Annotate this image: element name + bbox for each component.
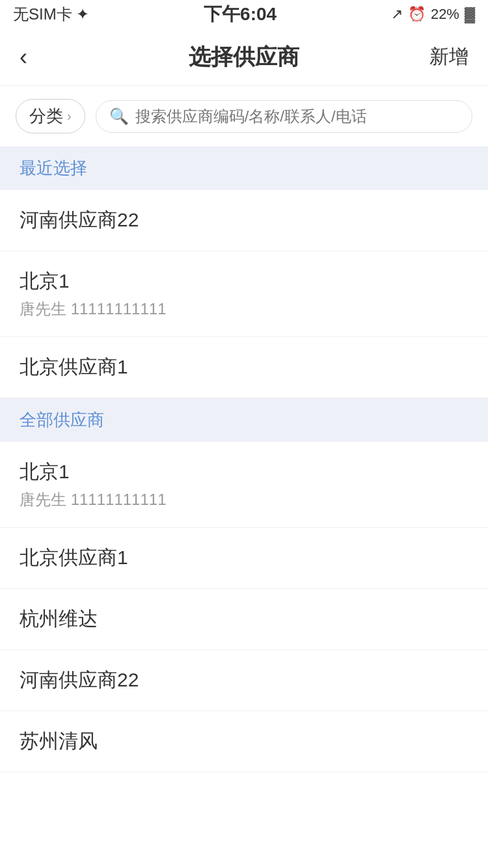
location-icon: ↗ xyxy=(391,6,403,23)
list-item[interactable]: 北京供应商1 xyxy=(0,337,488,398)
recent-section-header: 最近选择 xyxy=(0,146,488,190)
battery-label: 22% xyxy=(431,6,459,23)
item-name: 北京1 xyxy=(20,268,468,295)
item-name: 北京1 xyxy=(20,459,468,485)
item-name: 河南供应商22 xyxy=(20,207,468,234)
nav-bar: ‹ 选择供应商 新增 xyxy=(0,29,488,86)
page-title: 选择供应商 xyxy=(189,42,299,72)
category-button[interactable]: 分类 › xyxy=(16,99,85,133)
list-item[interactable]: 北京1唐先生 11111111111 xyxy=(0,251,488,337)
list-item[interactable]: 苏州清风 xyxy=(0,711,488,772)
item-sub: 唐先生 11111111111 xyxy=(20,489,468,510)
search-input[interactable] xyxy=(135,107,459,126)
item-name: 北京供应商1 xyxy=(20,545,468,571)
chevron-right-icon: › xyxy=(67,109,72,124)
no-sim-label: 无SIM卡 ✦ xyxy=(13,4,89,25)
list-item[interactable]: 杭州维达 xyxy=(0,589,488,650)
back-button[interactable]: ‹ xyxy=(20,44,59,71)
item-name: 杭州维达 xyxy=(20,606,468,632)
list-item[interactable]: 北京1唐先生 11111111111 xyxy=(0,442,488,528)
status-time: 下午6:04 xyxy=(204,2,277,27)
status-bar: 无SIM卡 ✦ 下午6:04 ↗ ⏰ 22% ▓ xyxy=(0,0,488,29)
filter-bar: 分类 › 🔍 xyxy=(0,86,488,146)
status-right: ↗ ⏰ 22% ▓ xyxy=(391,6,475,23)
recent-list: 河南供应商22北京1唐先生 11111111111北京供应商1 xyxy=(0,190,488,398)
list-item[interactable]: 河南供应商22 xyxy=(0,190,488,251)
item-name: 苏州清风 xyxy=(20,728,468,755)
item-sub: 唐先生 11111111111 xyxy=(20,299,468,319)
all-section-header: 全部供应商 xyxy=(0,398,488,442)
search-bar[interactable]: 🔍 xyxy=(96,100,472,133)
search-icon: 🔍 xyxy=(109,107,129,126)
category-label: 分类 xyxy=(29,105,63,128)
add-button[interactable]: 新增 xyxy=(429,44,468,70)
all-list: 北京1唐先生 11111111111北京供应商1杭州维达河南供应商22苏州清风 xyxy=(0,442,488,772)
list-item[interactable]: 河南供应商22 xyxy=(0,650,488,711)
item-name: 河南供应商22 xyxy=(20,667,468,694)
list-item[interactable]: 北京供应商1 xyxy=(0,528,488,589)
status-left: 无SIM卡 ✦ xyxy=(13,4,89,25)
alarm-icon: ⏰ xyxy=(408,6,426,23)
battery-icon: ▓ xyxy=(465,6,475,23)
item-name: 北京供应商1 xyxy=(20,354,468,381)
